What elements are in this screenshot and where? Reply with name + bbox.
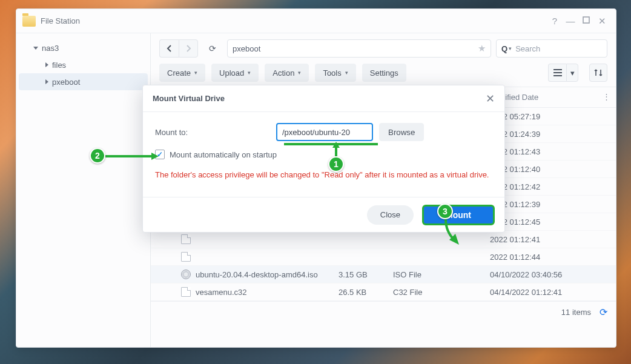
svg-rect-0 <box>583 17 589 23</box>
tree-item-label: files <box>52 61 66 70</box>
search-mode-dropdown-icon[interactable]: ▾ <box>509 45 512 51</box>
dialog-footer: Close Mount <box>143 197 504 232</box>
file-icon <box>181 252 191 262</box>
file-type: C32 File <box>393 288 472 297</box>
file-modified: 2022 01:12:41 <box>472 235 605 244</box>
help-button[interactable]: ? <box>547 16 563 26</box>
dialog-close-button[interactable]: ✕ <box>486 92 495 105</box>
upload-button[interactable]: Upload▾ <box>211 64 259 82</box>
table-row[interactable]: 2022 01:12:41 <box>151 231 616 248</box>
item-count: 11 items <box>561 308 591 317</box>
chevron-down-icon: ▾ <box>248 70 251 76</box>
table-row[interactable]: 2022 01:12:44 <box>151 248 616 266</box>
file-name: ubuntu-20.04.4-desktop-amd64.iso <box>196 270 318 279</box>
reload-button[interactable]: ⟳ <box>203 39 222 58</box>
action-button[interactable]: Action▾ <box>265 64 309 82</box>
tree-item-label: pxeboot <box>52 78 80 87</box>
chevron-down-icon: ▾ <box>570 68 575 78</box>
refresh-icon[interactable]: ⟳ <box>600 306 607 318</box>
auto-mount-checkbox[interactable]: ✓ <box>155 150 165 159</box>
path-input[interactable]: pxeboot ★ <box>227 39 491 58</box>
caret-right-icon <box>45 79 48 84</box>
auto-mount-label: Mount automatically on startup <box>170 150 277 159</box>
file-modified: 04/10/2022 03:40:56 <box>472 270 605 279</box>
tree-item-pxeboot[interactable]: pxeboot <box>19 73 148 90</box>
search-input[interactable]: Q ▾ Search <box>496 39 607 58</box>
chevron-down-icon: ▾ <box>345 70 348 76</box>
status-bar: 11 items ⟳ <box>151 301 616 323</box>
dialog-title: Mount Virtual Drive <box>153 94 225 103</box>
app-folder-icon <box>22 16 36 27</box>
close-button[interactable]: Close <box>367 205 414 225</box>
file-size: 3.15 GB <box>339 270 393 279</box>
tree-root-nas3[interactable]: nas3 <box>19 39 148 56</box>
caret-down-icon <box>33 47 38 50</box>
toolbar: Create▾ Upload▾ Action▾ Tools▾ Settings … <box>151 58 616 87</box>
search-placeholder: Search <box>515 44 540 53</box>
close-window-button[interactable]: ✕ <box>594 16 610 27</box>
mount-button[interactable]: Mount <box>422 205 495 225</box>
dialog-body: Mount to: Browse ✓ Mount automatically o… <box>143 112 504 197</box>
create-button[interactable]: Create▾ <box>159 64 205 82</box>
dialog-warning-text: The folder's access privilege will be ch… <box>155 169 492 181</box>
nav-back-button[interactable] <box>159 39 179 58</box>
search-icon: Q <box>501 44 507 53</box>
star-icon[interactable]: ★ <box>478 43 486 54</box>
titlebar: File Station ? — ✕ <box>16 9 616 33</box>
mount-to-input[interactable] <box>276 123 373 141</box>
mount-to-label: Mount to: <box>155 128 276 137</box>
iso-file-icon <box>181 270 191 279</box>
sort-button[interactable] <box>589 64 607 82</box>
table-row[interactable]: vesamenu.c3226.5 KBC32 File04/14/2022 01… <box>151 283 616 301</box>
nav-forward-button[interactable] <box>179 39 198 58</box>
file-size: 26.5 KB <box>339 288 393 297</box>
chevron-down-icon: ▾ <box>298 70 301 76</box>
file-icon <box>181 234 191 244</box>
file-icon <box>181 287 191 297</box>
file-modified: 2022 01:12:44 <box>472 253 605 262</box>
tools-button[interactable]: Tools▾ <box>315 64 355 82</box>
nav-back-forward <box>159 39 198 58</box>
dialog-header: Mount Virtual Drive ✕ <box>143 85 504 112</box>
file-modified: 04/14/2022 01:12:41 <box>472 288 605 297</box>
chevron-down-icon: ▾ <box>194 70 197 76</box>
caret-right-icon <box>45 62 48 67</box>
settings-button[interactable]: Settings <box>362 64 406 82</box>
view-mode-dropdown[interactable]: ▾ <box>566 64 578 82</box>
browse-button[interactable]: Browse <box>379 123 424 141</box>
tree-item-files[interactable]: files <box>19 56 148 73</box>
app-title: File Station <box>41 16 80 25</box>
maximize-button[interactable] <box>578 16 594 26</box>
mount-virtual-drive-dialog: Mount Virtual Drive ✕ Mount to: Browse ✓… <box>142 85 505 233</box>
sidebar: nas3 files pxeboot <box>16 33 151 347</box>
view-list-button[interactable] <box>548 64 566 82</box>
column-options-button[interactable]: ⋮ <box>603 92 611 101</box>
view-mode-group: ▾ <box>548 64 578 82</box>
file-type: ISO File <box>393 270 472 279</box>
file-name: vesamenu.c32 <box>196 288 247 297</box>
tree-root-label: nas3 <box>42 44 59 53</box>
path-text: pxeboot <box>233 44 260 53</box>
address-bar: ⟳ pxeboot ★ Q ▾ Search <box>151 33 616 58</box>
minimize-button[interactable]: — <box>563 16 578 26</box>
table-row[interactable]: ubuntu-20.04.4-desktop-amd64.iso3.15 GBI… <box>151 266 616 283</box>
